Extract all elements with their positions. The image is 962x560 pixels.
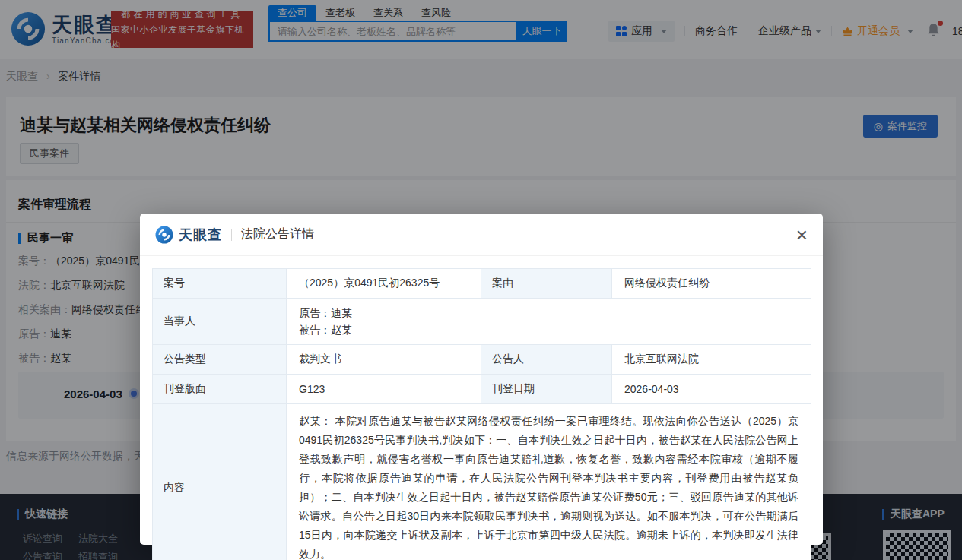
modal-title: 法院公告详情 (241, 226, 314, 242)
announcement-type-value: 裁判文书 (287, 345, 481, 375)
publication-page-label: 刊登版面 (153, 375, 287, 404)
case-number-label: 案号 (153, 269, 287, 299)
announcer-value: 北京互联网法院 (612, 345, 811, 375)
tianyancha-logo-icon (155, 226, 173, 244)
plaintiff-line: 原告：迪某 (299, 305, 798, 321)
close-icon[interactable]: × (796, 225, 808, 245)
content-label: 内容 (153, 404, 287, 560)
announcement-type-label: 公告类型 (153, 345, 287, 375)
publication-date-label: 刊登日期 (481, 375, 612, 404)
cause-value: 网络侵权责任纠纷 (612, 269, 811, 299)
table-row: 当事人 原告：迪某 被告：赵某 (153, 299, 811, 345)
court-announcement-modal: 天眼查 法院公告详情 × 案号 （2025）京0491民初26325号 案由 网… (140, 214, 823, 545)
modal-brand-name: 天眼查 (179, 226, 222, 244)
table-row: 公告类型 裁判文书 公告人 北京互联网法院 (153, 345, 811, 375)
announcement-detail-table: 案号 （2025）京0491民初26325号 案由 网络侵权责任纠纷 当事人 原… (152, 268, 811, 560)
table-row: 刊登版面 G123 刊登日期 2026-04-03 (153, 375, 811, 404)
announcer-label: 公告人 (481, 345, 612, 375)
publication-page-value: G123 (287, 375, 481, 404)
divider (231, 229, 232, 241)
content-value: 赵某： 本院对原告迪某与被告赵某网络侵权责任纠纷一案已审理终结。现依法向你公告送… (287, 404, 811, 560)
modal-header: 天眼查 法院公告详情 × (140, 214, 823, 256)
publication-date-value: 2026-04-03 (612, 375, 811, 404)
modal-brand-logo: 天眼查 (155, 226, 222, 244)
parties-label: 当事人 (153, 299, 287, 345)
parties-value: 原告：迪某 被告：赵某 (287, 299, 811, 345)
cause-label: 案由 (481, 269, 612, 299)
case-number-value: （2025）京0491民初26325号 (287, 269, 481, 299)
table-row: 案号 （2025）京0491民初26325号 案由 网络侵权责任纠纷 (153, 269, 811, 299)
table-row: 内容 赵某： 本院对原告迪某与被告赵某网络侵权责任纠纷一案已审理终结。现依法向你… (153, 404, 811, 560)
defendant-line: 被告：赵某 (299, 321, 798, 338)
